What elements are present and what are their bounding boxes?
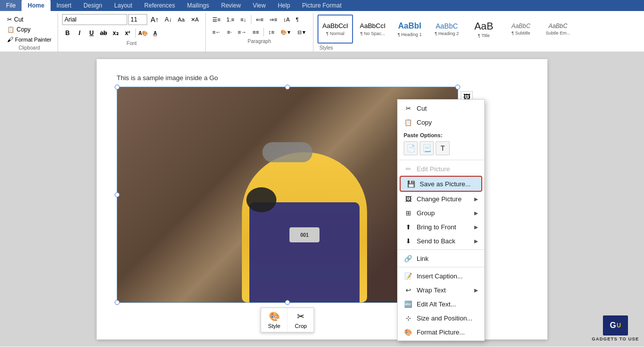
handle-top-mid[interactable] <box>285 85 290 90</box>
document-area: This is a sample image inside a Go 001 <box>0 52 644 346</box>
strikethrough-button[interactable]: ab <box>98 28 109 39</box>
tab-picture-format[interactable]: Picture Format <box>296 0 348 11</box>
tab-view[interactable]: View <box>247 0 272 11</box>
document-text: This is a sample image inside a Go <box>117 74 527 82</box>
sort-button[interactable]: ↕A <box>281 14 292 25</box>
styles-list: AaBbCcI ¶ Normal AaBbCcI ¶ No Spac... Aa… <box>317 14 639 44</box>
paste-text-btn[interactable]: T <box>436 141 450 155</box>
superscript-button[interactable]: x² <box>122 28 133 39</box>
document-page: This is a sample image inside a Go 001 <box>97 59 547 339</box>
handle-left-mid[interactable] <box>115 192 120 197</box>
font-label: Font <box>62 41 201 46</box>
tab-design[interactable]: Design <box>78 0 108 11</box>
align-left-button[interactable]: ≡← <box>210 27 223 38</box>
ctx-edit-alt-text-label: Edit Alt Text... <box>417 300 456 308</box>
ctx-link[interactable]: 🔗 Link <box>398 251 484 265</box>
style-title[interactable]: AaB ¶ Title <box>466 15 501 44</box>
increase-indent-button[interactable]: ⇒≡ <box>267 14 279 25</box>
bold-button[interactable]: B <box>62 28 73 39</box>
numbering-button[interactable]: 1.≡ <box>224 14 237 25</box>
font-color-button[interactable]: A <box>150 28 161 39</box>
ctx-copy[interactable]: 📋 Copy <box>398 115 484 129</box>
justify-button[interactable]: ≡≡ <box>250 27 261 38</box>
format-painter-icon: 🖌 <box>7 36 13 43</box>
italic-button[interactable]: I <box>74 28 85 39</box>
ctx-send-to-back[interactable]: ⬇ Send to Back ▶ <box>398 234 484 248</box>
bullets-button[interactable]: ☰≡ <box>210 14 223 25</box>
align-center-button[interactable]: ≡· <box>224 27 234 38</box>
style-heading1[interactable]: AaBbI ¶ Heading 1 <box>392 15 427 44</box>
cut-button[interactable]: ✂ Cut <box>5 15 26 24</box>
style-subtitle[interactable]: AaBbC ¶ Subtitle <box>503 15 538 44</box>
font-name-input[interactable] <box>62 14 127 25</box>
style-no-spacing-label: ¶ No Spac... <box>360 31 385 36</box>
paste-icons-row: 📄 📃 T <box>404 141 450 155</box>
tab-insert[interactable]: Insert <box>51 0 78 11</box>
ctx-save-as-picture[interactable]: 💾 Save as Picture... <box>400 176 482 192</box>
ctx-format-picture[interactable]: 🎨 Format Picture... <box>398 325 484 339</box>
tab-mailings[interactable]: Mailings <box>181 0 215 11</box>
ctx-cut[interactable]: ✂ Cut <box>398 101 484 115</box>
ctx-send-to-back-label: Send to Back <box>417 237 455 245</box>
font-case-button[interactable]: Aa <box>175 14 187 25</box>
tab-layout[interactable]: Layout <box>108 0 138 11</box>
font-size-input[interactable] <box>128 14 147 25</box>
tab-review[interactable]: Review <box>215 0 246 11</box>
ctx-format-picture-label: Format Picture... <box>417 328 465 336</box>
underline-button[interactable]: U <box>86 28 97 39</box>
style-heading2[interactable]: AaBbC ¶ Heading 2 <box>429 15 464 44</box>
borders-button[interactable]: ⊟▼ <box>295 27 309 38</box>
text-highlight-button[interactable]: A🎨 <box>138 28 149 39</box>
line-spacing-button[interactable]: ↕≡ <box>266 27 277 38</box>
formatting-row: B I U ab x₂ x² A🎨 A <box>62 27 201 40</box>
paste-keep-source-btn[interactable]: 📄 <box>404 141 418 155</box>
separator2 <box>398 249 484 250</box>
subscript-button[interactable]: x₂ <box>110 28 121 39</box>
decrease-indent-button[interactable]: ⇐≡ <box>253 14 266 25</box>
ctx-change-picture[interactable]: 🖼 Change Picture ▶ <box>398 192 484 206</box>
ctx-paste-options: Paste Options: 📄 📃 T <box>398 129 484 158</box>
handle-top-right[interactable] <box>455 85 460 90</box>
tab-references[interactable]: References <box>138 0 181 11</box>
format-painter-button[interactable]: 🖌 Format Painter <box>5 35 54 44</box>
wrap-text-arrow: ▶ <box>474 287 478 293</box>
multilevel-button[interactable]: ≡↓ <box>238 14 249 25</box>
style-button[interactable]: 🎨 Style <box>261 308 287 332</box>
shading-button[interactable]: 🎨▼ <box>278 27 294 38</box>
style-normal-label: ¶ Normal <box>326 31 344 36</box>
copy-button[interactable]: 📋 Copy <box>5 25 33 34</box>
style-subtitle-label: ¶ Subtitle <box>511 31 530 36</box>
tab-file[interactable]: File <box>0 0 22 11</box>
crop-icon: ✂ <box>297 311 304 322</box>
clear-format-button[interactable]: ✕A <box>188 14 201 25</box>
handle-bottom-mid[interactable] <box>285 300 290 305</box>
crop-button[interactable]: ✂ Crop <box>288 308 314 332</box>
tab-help[interactable]: Help <box>272 0 296 11</box>
ctx-size-position-label: Size and Position... <box>417 314 472 322</box>
ctx-wrap-text[interactable]: ↩ Wrap Text ▶ <box>398 283 484 297</box>
align-right-button[interactable]: ≡→ <box>235 27 249 38</box>
ctx-group[interactable]: ⊞ Group ▶ <box>398 206 484 220</box>
ctx-edit-alt-text[interactable]: 🔤 Edit Alt Text... <box>398 297 484 311</box>
font-grow-button[interactable]: A↑ <box>148 14 161 25</box>
styles-label: Styles <box>317 45 639 51</box>
font-shrink-button[interactable]: A↓ <box>162 14 174 25</box>
paste-merge-btn[interactable]: 📃 <box>420 141 434 155</box>
style-no-spacing[interactable]: AaBbCcI ¶ No Spac... <box>355 15 390 44</box>
font-section: A↑ A↓ Aa ✕A B I U ab x₂ x² A🎨 A Font <box>60 13 206 52</box>
ctx-edit-picture: ✏ Edit Picture <box>398 162 484 176</box>
separator <box>251 15 251 24</box>
ctx-bring-to-front[interactable]: ⬆ Bring to Front ▶ <box>398 220 484 234</box>
handle-bottom-left[interactable] <box>115 300 120 305</box>
change-picture-arrow: ▶ <box>474 196 478 202</box>
style-title-label: ¶ Title <box>478 33 490 38</box>
tab-home[interactable]: Home <box>22 0 50 11</box>
ctx-insert-caption[interactable]: 📝 Insert Caption... <box>398 269 484 283</box>
minion-overalls <box>249 202 360 302</box>
watermark-text: GADGETS TO USE <box>592 336 639 341</box>
show-marks-button[interactable]: ¶ <box>293 14 301 25</box>
style-subtle-em[interactable]: AaBbC Subtle Em... <box>540 15 575 44</box>
handle-top-left[interactable] <box>115 85 120 90</box>
style-normal[interactable]: AaBbCcI ¶ Normal <box>317 15 353 44</box>
ctx-size-position[interactable]: ⊹ Size and Position... <box>398 311 484 325</box>
